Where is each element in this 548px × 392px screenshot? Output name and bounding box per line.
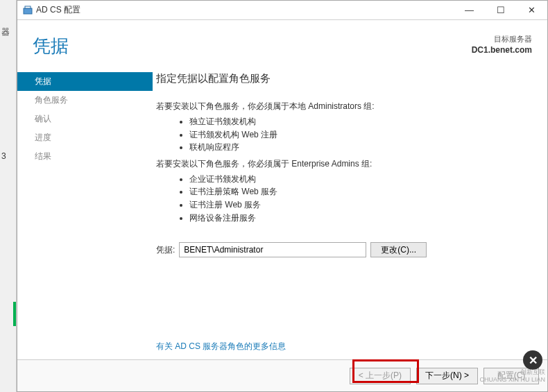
sidebar: 凭据 角色服务 确认 进度 结果 [17, 65, 153, 359]
sidebar-item-confirm[interactable]: 确认 [17, 110, 153, 128]
watermark-text: 创新互联 CHUANG XIN HU LIAN [479, 368, 545, 384]
page-heading: 凭据 [33, 34, 69, 58]
previous-button[interactable]: < 上一步(P) [350, 368, 411, 384]
target-server-label: 目标服务器 [472, 34, 532, 44]
paragraph-admins: 若要安装以下角色服务，你必须属于本地 Administrators 组: [156, 101, 528, 112]
sidebar-item-label: 凭据 [35, 76, 51, 86]
list-admins: 独立证书颁发机构 证书颁发机构 Web 注册 联机响应程序 [189, 115, 528, 154]
list-item: 证书注册 Web 服务 [189, 198, 528, 212]
watermark-line2: CHUANG XIN HU LIAN [479, 376, 545, 384]
list-enterprise: 企业证书颁发机构 证书注册策略 Web 服务 证书注册 Web 服务 网络设备注… [189, 173, 528, 224]
more-info-link[interactable]: 有关 AD CS 服务器角色的更多信息 [156, 341, 286, 352]
titlebar-controls: — ☐ ✕ [454, 1, 547, 20]
next-button[interactable]: 下一步(N) > [416, 368, 478, 384]
list-item: 证书颁发机构 Web 注册 [189, 128, 528, 142]
sidebar-item-progress[interactable]: 进度 [17, 128, 153, 147]
content-pane: 指定凭据以配置角色服务 若要安装以下角色服务，你必须属于本地 Administr… [153, 65, 547, 359]
list-item: 证书注册策略 Web 服务 [189, 185, 528, 198]
sidebar-item-role-services[interactable]: 角色服务 [17, 91, 153, 110]
list-item: 企业证书颁发机构 [189, 173, 528, 186]
maximize-button[interactable]: ☐ [485, 1, 516, 20]
list-item: 联机响应程序 [189, 141, 528, 154]
target-server-name: DC1.benet.com [472, 44, 532, 56]
header-area: 凭据 目标服务器 DC1.benet.com [17, 20, 547, 65]
paragraph-enterprise: 若要安装以下角色服务，你必须属于 Enterprise Admins 组: [156, 158, 528, 170]
target-server-info: 目标服务器 DC1.benet.com [472, 34, 532, 56]
watermark-icon: ✕ [523, 350, 542, 370]
sidebar-item-label: 结果 [35, 151, 51, 161]
credentials-label: 凭据: [156, 244, 175, 256]
sidebar-item-credentials[interactable]: 凭据 [17, 72, 153, 91]
sidebar-item-results[interactable]: 结果 [17, 147, 153, 166]
change-credentials-button[interactable]: 更改(C)... [370, 242, 427, 257]
svg-rect-0 [24, 8, 32, 14]
app-icon [23, 6, 33, 15]
minimize-button[interactable]: — [454, 1, 485, 20]
main-area: 凭据 角色服务 确认 进度 结果 指定凭据以配置角色服务 若要安装以下角色服务，… [17, 65, 547, 359]
content-title: 指定凭据以配置角色服务 [156, 72, 528, 85]
sidebar-item-label: 角色服务 [35, 95, 68, 105]
left-edge-label: 器 [1, 26, 10, 38]
credentials-row: 凭据: 更改(C)... [156, 242, 528, 257]
left-edge-panel: 器 3 [0, 0, 17, 392]
svg-rect-1 [25, 6, 31, 8]
sidebar-item-label: 进度 [35, 133, 51, 142]
list-item: 独立证书颁发机构 [189, 115, 528, 128]
watermark-line1: 创新互联 [479, 368, 545, 376]
close-button[interactable]: ✕ [516, 1, 547, 20]
wizard-window: AD CS 配置 — ☐ ✕ 凭据 目标服务器 DC1.benet.com 凭据… [17, 0, 548, 392]
left-edge-label2: 3 [1, 151, 6, 161]
left-edge-accent [13, 302, 16, 326]
list-item: 网络设备注册服务 [189, 212, 528, 225]
titlebar: AD CS 配置 — ☐ ✕ [17, 1, 547, 20]
credentials-input[interactable] [179, 242, 366, 257]
window-title: AD CS 配置 [36, 4, 454, 16]
sidebar-item-label: 确认 [35, 114, 51, 123]
wizard-footer: < 上一步(P) 下一步(N) > 配置(C) [17, 359, 547, 391]
